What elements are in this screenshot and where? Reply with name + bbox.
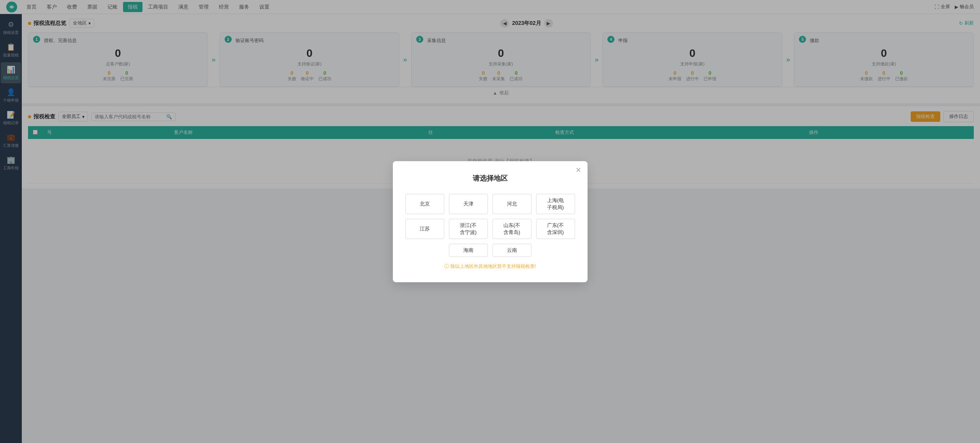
region-btn-hebei[interactable]: 河北	[493, 194, 531, 214]
region-btn-beijing[interactable]: 北京	[405, 194, 444, 214]
region-row-3: 海南 云南	[408, 244, 572, 257]
region-btn-tianjin[interactable]: 天津	[449, 194, 488, 214]
region-btn-shandong[interactable]: 山东(不含青岛)	[493, 219, 531, 239]
region-btn-shanghai[interactable]: 上海(电子税局)	[536, 194, 575, 214]
region-btn-hainan[interactable]: 海南	[449, 244, 488, 257]
region-btn-jiangsu[interactable]: 江苏	[405, 219, 444, 239]
region-select-modal: ✕ 请选择地区 北京 天津 河北 上海(电子税局) 江苏 浙江(不含宁波) 山东…	[393, 161, 588, 282]
modal-overlay[interactable]: ✕ 请选择地区 北京 天津 河北 上海(电子税局) 江苏 浙江(不含宁波) 山东…	[0, 0, 980, 443]
modal-title: 请选择地区	[408, 174, 572, 183]
modal-close-button[interactable]: ✕	[575, 167, 581, 174]
region-btn-zhejiang[interactable]: 浙江(不含宁波)	[449, 219, 488, 239]
region-row-2: 江苏 浙江(不含宁波) 山东(不含青岛) 广东(不含深圳)	[408, 219, 572, 239]
region-row-1: 北京 天津 河北 上海(电子税局)	[408, 194, 572, 214]
region-btn-guangdong[interactable]: 广东(不含深圳)	[536, 219, 575, 239]
warning-text: ⓘ 除以上地区外其他地区暂不支持报税检查!	[408, 263, 572, 270]
warning-icon: ⓘ	[444, 263, 449, 270]
region-btn-yunnan[interactable]: 云南	[493, 244, 531, 257]
